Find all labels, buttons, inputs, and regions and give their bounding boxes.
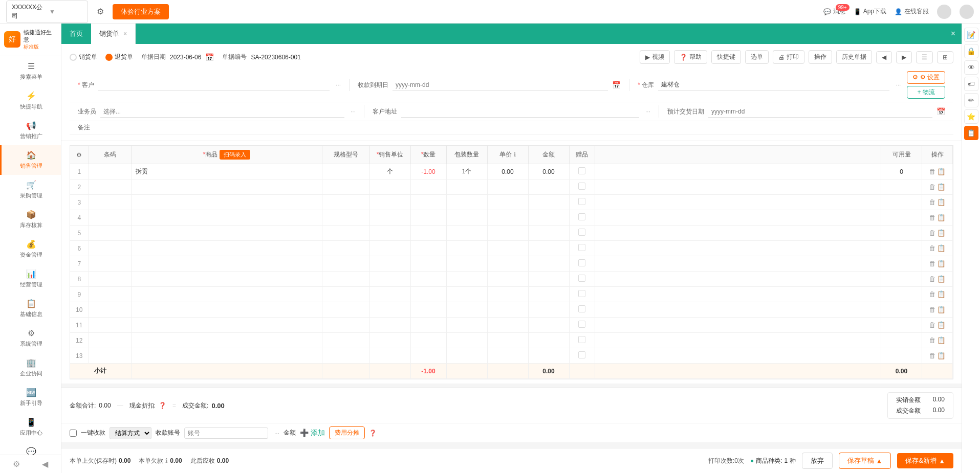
sidebar-item-marketing[interactable]: 📢 营销推广 [0,116,61,145]
sidebar-item-operations[interactable]: 📊 经营管理 [0,264,61,294]
cell-gift[interactable] [569,302,595,318]
cell-spec[interactable] [322,348,369,364]
print-button[interactable]: 🖨 打印 [773,50,804,64]
cell-barcode[interactable] [89,256,131,272]
customer-addr-selector-icon[interactable]: ··· [645,108,650,115]
user-avatar[interactable] [937,5,951,19]
sidebar-item-search[interactable]: ☰ 搜索菜单 [0,56,61,86]
settings-button[interactable]: ⚙ ⚙ 设置 [907,71,945,84]
sidebar-settings-button[interactable]: ⚙ [13,459,20,469]
cell-barcode[interactable] [89,348,131,364]
row-copy-button[interactable]: 📋 [937,198,946,206]
cell-spec[interactable] [322,195,369,210]
one-click-payment-checkbox[interactable] [70,430,77,437]
cell-amount[interactable] [528,287,569,302]
sidebar-item-purchase[interactable]: 🛒 采购管理 [0,175,61,205]
cell-unit[interactable] [369,318,410,333]
cell-price[interactable] [487,318,528,333]
row-copy-button[interactable]: 📋 [937,214,946,221]
row-delete-button[interactable]: 🗑 [929,183,935,191]
cell-spec[interactable] [322,226,369,241]
cell-qty[interactable] [410,318,446,333]
cell-price[interactable]: 0.00 [487,164,528,179]
cell-unit[interactable] [369,348,410,364]
row-copy-button[interactable]: 📋 [937,306,946,313]
row-delete-button[interactable]: 🗑 [929,336,935,344]
row-delete-button[interactable]: 🗑 [929,290,935,298]
rp-edit-button[interactable]: ✏ [964,93,978,107]
cell-qty[interactable] [410,210,446,226]
app-download-button[interactable]: 📱 App下载 [854,7,886,16]
radio-return-order[interactable]: 退货单 [105,53,133,61]
row-copy-button[interactable]: 📋 [937,352,946,359]
cell-unit[interactable] [369,302,410,318]
history-button[interactable]: 历史单据 [836,50,872,64]
cell-price[interactable] [487,333,528,348]
cell-qty[interactable] [410,348,446,364]
cell-product[interactable] [131,348,322,364]
cell-price[interactable] [487,256,528,272]
cell-qty[interactable] [410,302,446,318]
cell-price[interactable] [487,195,528,210]
cell-product[interactable] [131,179,322,195]
cell-product[interactable] [131,256,322,272]
sidebar-item-inventory[interactable]: 📦 库存核算 [0,205,61,234]
row-copy-button[interactable]: 📋 [937,183,946,191]
cell-product[interactable] [131,210,322,226]
sidebar-item-corp[interactable]: 🏢 企业协同 [0,353,61,382]
rp-eye-button[interactable]: 👁 [964,60,978,75]
remark-input[interactable] [94,124,945,131]
trial-button[interactable]: 体验行业方案 [113,4,169,19]
account-input[interactable] [184,427,268,439]
cell-unit[interactable] [369,272,410,287]
rp-note-button[interactable]: 📝 [964,28,978,42]
row-copy-button[interactable]: 📋 [937,244,946,252]
row-delete-button[interactable]: 🗑 [929,244,935,252]
delivery-date-input[interactable] [708,106,932,118]
cell-barcode[interactable] [89,287,131,302]
row-copy-button[interactable]: 📋 [937,275,946,283]
row-copy-button[interactable]: 📋 [937,321,946,329]
cell-qty[interactable] [410,226,446,241]
cell-gift[interactable] [569,195,595,210]
row-delete-button[interactable]: 🗑 [929,260,935,267]
cell-price[interactable] [487,241,528,256]
rp-lock-button[interactable]: 🔒 [964,44,978,58]
cell-gift[interactable] [569,256,595,272]
row-delete-button[interactable]: 🗑 [929,229,935,237]
cell-spec[interactable] [322,302,369,318]
cell-price[interactable] [487,272,528,287]
cell-barcode[interactable] [89,241,131,256]
cell-unit[interactable] [369,210,410,226]
price-info-icon[interactable]: ℹ [514,151,516,157]
cell-price[interactable] [487,302,528,318]
sidebar-item-finance[interactable]: 💰 资金管理 [0,234,61,264]
cell-qty[interactable] [410,272,446,287]
cell-gift[interactable] [569,226,595,241]
cell-unit[interactable] [369,226,410,241]
account-selector-icon[interactable]: ··· [274,430,279,437]
sidebar-item-app[interactable]: 📱 应用中心 [0,412,61,442]
cell-amount[interactable] [528,210,569,226]
warehouse-selector-icon[interactable]: ··· [896,81,901,88]
row-copy-button[interactable]: 📋 [937,168,946,175]
company-selector[interactable]: XXXXXX公司 ▼ [6,1,88,23]
row-delete-button[interactable]: 🗑 [929,198,935,206]
sidebar-item-quick-nav[interactable]: ⚡ 快捷导航 [0,86,61,116]
user-avatar-2[interactable] [960,5,974,19]
nav-prev-button[interactable]: ◀ [876,51,892,63]
add-payment-button[interactable]: ➕ 添加 [300,429,325,438]
cell-qty[interactable] [410,179,446,195]
online-support-button[interactable]: 👤 在线客服 [895,7,929,16]
cell-product[interactable] [131,272,322,287]
cell-pkgqty[interactable] [446,333,487,348]
cell-qty[interactable]: -1.00 [410,164,446,179]
due-date-input[interactable] [393,79,608,91]
cell-barcode[interactable] [89,226,131,241]
scan-barcode-button[interactable]: 扫码录入 [220,150,250,160]
cell-pkgqty[interactable] [446,226,487,241]
row-delete-button[interactable]: 🗑 [929,321,935,329]
cell-spec[interactable] [322,256,369,272]
rp-active-button[interactable]: 📋 [964,126,978,140]
cell-amount[interactable] [528,226,569,241]
